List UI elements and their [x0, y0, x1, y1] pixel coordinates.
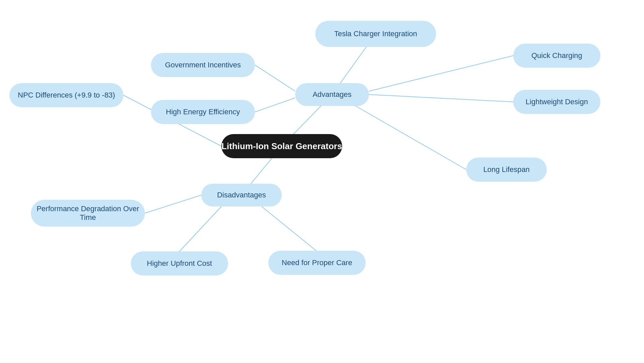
high-energy-node: High Energy Efficiency: [151, 100, 255, 124]
svg-line-3: [369, 56, 513, 91]
tesla-charger-node: Tesla Charger Integration: [315, 21, 436, 47]
svg-line-7: [255, 98, 295, 112]
performance-degradation-node: Performance Degradation Over Time: [31, 200, 145, 227]
svg-line-11: [262, 206, 317, 251]
npc-differences-label: NPC Differences (+9.9 to -83): [18, 91, 115, 100]
disadvantages-node: Disadvantages: [201, 184, 282, 206]
npc-differences-node: NPC Differences (+9.9 to -83): [9, 83, 123, 107]
disadvantages-label: Disadvantages: [217, 191, 266, 199]
long-lifespan-node: Long Lifespan: [466, 158, 547, 182]
advantages-node: Advantages: [295, 83, 369, 106]
performance-degradation-label: Performance Degradation Over Time: [31, 204, 145, 222]
proper-care-node: Need for Proper Care: [268, 251, 366, 275]
quick-charging-node: Quick Charging: [513, 44, 600, 68]
svg-line-6: [255, 65, 295, 91]
svg-line-10: [179, 206, 221, 251]
tesla-charger-label: Tesla Charger Integration: [334, 29, 417, 38]
central-node-label: Lithium-Ion Solar Generators: [221, 141, 342, 152]
high-energy-label: High Energy Efficiency: [166, 108, 240, 116]
proper-care-label: Need for Proper Care: [282, 258, 352, 267]
advantages-label: Advantages: [313, 90, 352, 99]
long-lifespan-label: Long Lifespan: [483, 165, 530, 174]
govt-incentives-label: Government Incentives: [165, 61, 241, 69]
lightweight-design-label: Lightweight Design: [526, 98, 588, 106]
svg-line-9: [145, 195, 201, 213]
central-node: Lithium-Ion Solar Generators: [221, 134, 342, 158]
higher-upfront-cost-label: Higher Upfront Cost: [147, 259, 212, 268]
quick-charging-label: Quick Charging: [531, 51, 582, 60]
svg-line-5: [356, 106, 466, 170]
higher-upfront-cost-node: Higher Upfront Cost: [131, 251, 228, 276]
govt-incentives-node: Government Incentives: [151, 53, 255, 77]
svg-line-4: [369, 95, 513, 102]
lightweight-design-node: Lightweight Design: [513, 90, 600, 114]
